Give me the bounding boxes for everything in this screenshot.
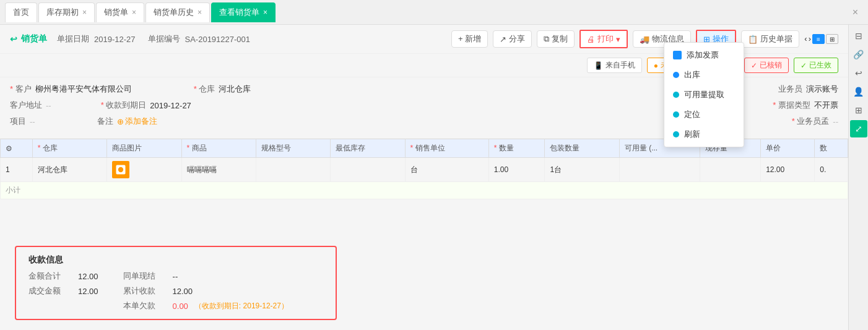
project-field: 项目 -- — [10, 116, 35, 127]
accumulated-value: 12.00 — [173, 287, 193, 296]
operation-dropdown: 添加发票 出库 可用量提取 定位 刷新 — [664, 42, 744, 147]
warehouse-field: 仓库 河北仓库 — [194, 84, 251, 95]
tab-home[interactable]: 首页 — [5, 2, 37, 22]
operator-field: 业务员 演示账号 — [778, 84, 838, 95]
address-label: 客户地址 — [10, 100, 42, 111]
locate-item[interactable]: 定位 — [664, 105, 744, 124]
document-actions: + 新增 ↗ 分享 ⧉ 复制 🖨 打印 ▾ 🚚 物流信息 — [451, 30, 838, 48]
warehouse-value[interactable]: 河北仓库 — [219, 84, 251, 95]
tab-view-sales-close[interactable]: × — [263, 8, 267, 17]
available-qty-item[interactable]: 可用量提取 — [664, 85, 744, 105]
row-available — [619, 158, 700, 182]
sidebar-icon-5[interactable]: ⊞ — [850, 102, 867, 119]
tab-inventory[interactable]: 库存期初 × — [38, 2, 95, 22]
row-product-name: 嗝嗝嗝嗝 — [181, 158, 256, 182]
print-button[interactable]: 🖨 打印 ▾ — [579, 30, 628, 48]
operator-label: 业务员 — [778, 84, 802, 95]
view-icons: ‹ › ≡ ⊞ — [804, 34, 838, 44]
tab-bar: 首页 库存期初 × 销货单 × 销货单历史 × 查看销货单 × × — [0, 0, 868, 25]
col-pack-qty: 包装数量 — [545, 139, 619, 158]
project-label: 项目 — [10, 116, 26, 127]
history-icon: 📋 — [748, 35, 758, 44]
table-row[interactable]: 1 河北仓库 嗝嗝嗝嗝 台 1.00 1台 — [1, 158, 848, 182]
circle-icon: ● — [654, 61, 658, 70]
window-close-button[interactable]: × — [848, 4, 863, 20]
tab-sales-history-close[interactable]: × — [197, 8, 202, 17]
col-product: 商品 — [181, 139, 256, 158]
address-field: 客户地址 -- — [10, 100, 51, 111]
payment-accumulated: 累计收款 12.00 — [123, 285, 289, 297]
tab-view-sales[interactable]: 查看销货单 × — [211, 2, 276, 22]
document-type-icon: ↩ — [10, 34, 17, 44]
payment-title: 收款信息 — [28, 254, 323, 266]
tab-inventory-close[interactable]: × — [82, 8, 87, 17]
history-button[interactable]: 📋 历史单据 — [741, 30, 799, 48]
next-page-button[interactable]: › — [809, 34, 811, 44]
row-seq: 1 — [1, 158, 33, 182]
tab-sales[interactable]: 销货单 × — [96, 2, 144, 22]
add-note-button[interactable]: ⊕ 添加备注 — [117, 116, 157, 127]
sidebar-icon-2[interactable]: 🔗 — [850, 46, 867, 63]
owed-label: 本单欠款 — [123, 300, 167, 311]
from-phone-button[interactable]: 📱 来自手机 — [587, 58, 642, 73]
due-date-value[interactable]: 2019-12-27 — [150, 101, 191, 110]
sidebar-expand-button[interactable]: ⤢ — [850, 120, 867, 137]
refresh-label: 刷新 — [684, 129, 700, 140]
sidebar-icon-4[interactable]: 👤 — [850, 83, 867, 100]
product-image — [112, 161, 129, 178]
sidebar-icon-1[interactable]: ⊟ — [850, 27, 867, 45]
col-min-stock: 最低库存 — [331, 139, 405, 158]
due-date-note: （收款到期日: 2019-12-27） — [194, 301, 289, 311]
tab-sales-history-label: 销货单历史 — [154, 7, 194, 18]
already-verified-button[interactable]: ✓ 已核销 — [744, 58, 789, 73]
due-date-field: 收款到期日 2019-12-27 — [101, 100, 191, 111]
prev-page-button[interactable]: ‹ — [804, 34, 807, 44]
col-amount: 数 — [815, 139, 848, 158]
check-circle-icon: ✓ — [751, 61, 757, 70]
sidebar-icon-3[interactable]: ↩ — [850, 64, 867, 82]
payment-owed: 本单欠款 0.00 （收款到期日: 2019-12-27） — [123, 300, 289, 311]
project-value[interactable]: -- — [30, 117, 35, 126]
tab-sales-history[interactable]: 销货单历史 × — [145, 2, 210, 22]
grid-view-button[interactable]: ⊞ — [826, 34, 838, 44]
refresh-item[interactable]: 刷新 — [664, 124, 744, 144]
copy-icon: ⧉ — [544, 34, 549, 44]
col-settings[interactable]: ⚙ — [1, 139, 33, 158]
share-button[interactable]: ↗ 分享 — [493, 30, 532, 48]
col-unit: 销售单位 — [405, 139, 488, 158]
phone-icon: 📱 — [594, 61, 603, 70]
due-date-label: 收款到期日 — [101, 100, 147, 111]
ticket-type-label: 票据类型 — [773, 100, 810, 111]
locate-icon — [673, 111, 679, 118]
copy-button[interactable]: ⧉ 复制 — [537, 30, 575, 48]
subtotal-row: 小计 — [1, 182, 848, 199]
address-value[interactable]: -- — [46, 101, 51, 110]
col-warehouse: 仓库 — [32, 139, 106, 158]
row-product-img — [107, 158, 181, 182]
effective-button[interactable]: ✓ 已生效 — [794, 58, 838, 73]
customer-label: 客户 — [10, 84, 32, 95]
salesperson-field: 业务员孟 -- — [792, 116, 838, 127]
list-view-button[interactable]: ≡ — [812, 34, 825, 44]
plus-icon: ⊕ — [117, 117, 124, 126]
tab-home-label: 首页 — [13, 7, 29, 18]
customer-value[interactable]: 柳州粤港平安气体有限公司 — [35, 84, 132, 95]
product-table-container[interactable]: ⚙ 仓库 商品图片 商品 规格型号 最低库存 销售单位 数量 包装数量 可用量 … — [0, 139, 848, 236]
owed-value: 0.00 — [173, 302, 188, 311]
outbound-item[interactable]: 出库 — [664, 65, 744, 85]
row-min-stock — [331, 158, 405, 182]
row-current-stock — [700, 158, 761, 182]
new-button[interactable]: + 新增 — [451, 30, 488, 48]
tab-sales-close[interactable]: × — [132, 8, 136, 17]
payment-col-right: 同单现结 -- 累计收款 12.00 本单欠款 0.00 （收款到期日: 201… — [123, 271, 289, 311]
outbound-label: 出库 — [684, 69, 700, 80]
ticket-type-value[interactable]: 不开票 — [814, 100, 838, 111]
same-settlement-value: -- — [173, 272, 178, 281]
salesperson-value[interactable]: -- — [833, 117, 838, 126]
col-spec: 规格型号 — [256, 139, 330, 158]
same-settlement-label: 同单现结 — [123, 271, 167, 282]
logistics-icon: 🚚 — [640, 35, 649, 44]
check-circle-green-icon: ✓ — [801, 61, 807, 70]
product-table: ⚙ 仓库 商品图片 商品 规格型号 最低库存 销售单位 数量 包装数量 可用量 … — [0, 139, 848, 199]
add-invoice-item[interactable]: 添加发票 — [664, 45, 744, 65]
